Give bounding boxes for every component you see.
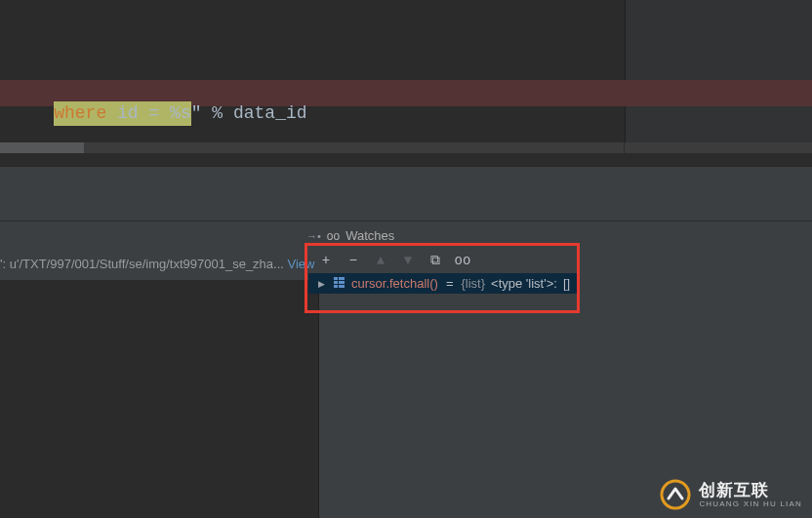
editor-hscrollbar-thumb[interactable] <box>0 142 84 153</box>
variables-area[interactable] <box>0 280 319 518</box>
watermark-text-en: CHUANG XIN HU LIAN <box>699 500 802 508</box>
watermark-text: 创新互联 CHUANG XIN HU LIAN <box>699 482 802 508</box>
code-token-quote: " <box>191 103 202 123</box>
code-token-eq: = <box>148 103 159 123</box>
panel-divider <box>0 166 812 221</box>
watermark: 创新互联 CHUANG XIN HU LIAN <box>660 479 802 510</box>
debug-panel: ': u'/TXT/997/001/Stuff/se/img/txt997001… <box>0 221 812 518</box>
watermark-logo-icon <box>660 479 691 510</box>
svg-point-6 <box>662 481 689 508</box>
highlight-box <box>304 243 580 313</box>
watches-icon: oo <box>327 229 340 243</box>
watches-title: Watches <box>345 228 394 243</box>
code-line[interactable]: where id = %s" % data_id <box>12 84 307 142</box>
code-token-where: where <box>54 103 106 123</box>
editor-pane-right[interactable] <box>625 0 812 143</box>
app-root: where id = %s" % data_id ': u'/TXT/997/0… <box>0 0 812 518</box>
editor-hscrollbar-left[interactable] <box>0 142 624 153</box>
editor-hscrollbar-right[interactable] <box>625 142 812 153</box>
editor-blank-strip <box>0 42 624 63</box>
watches-header[interactable]: →• oo Watches <box>306 228 394 243</box>
code-token-percent: % <box>212 103 223 123</box>
code-token-var: data_id <box>233 103 307 123</box>
variable-value-truncated: ': u'/TXT/997/001/Stuff/se/img/txt997001… <box>0 257 284 271</box>
code-token-fmt: %s <box>170 103 191 123</box>
variable-row[interactable]: ': u'/TXT/997/001/Stuff/se/img/txt997001… <box>0 254 318 275</box>
code-token-id: id <box>117 103 139 123</box>
watermark-text-cn: 创新互联 <box>699 482 802 498</box>
watches-restore-icon[interactable]: →• <box>306 230 321 242</box>
